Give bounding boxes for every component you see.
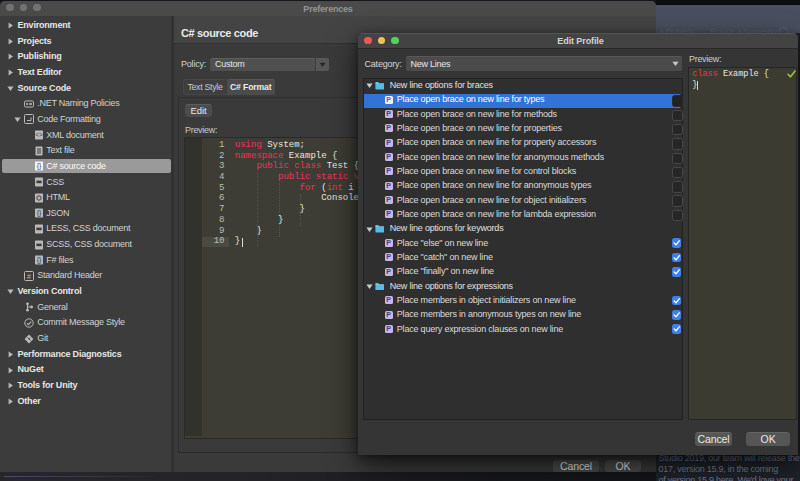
svg-text:{}: {} bbox=[37, 257, 42, 265]
svg-text:{}: {} bbox=[37, 163, 42, 171]
svg-text:{}: {} bbox=[37, 210, 42, 218]
svg-text:#: # bbox=[27, 273, 31, 280]
svg-text:<>: <> bbox=[35, 131, 43, 138]
